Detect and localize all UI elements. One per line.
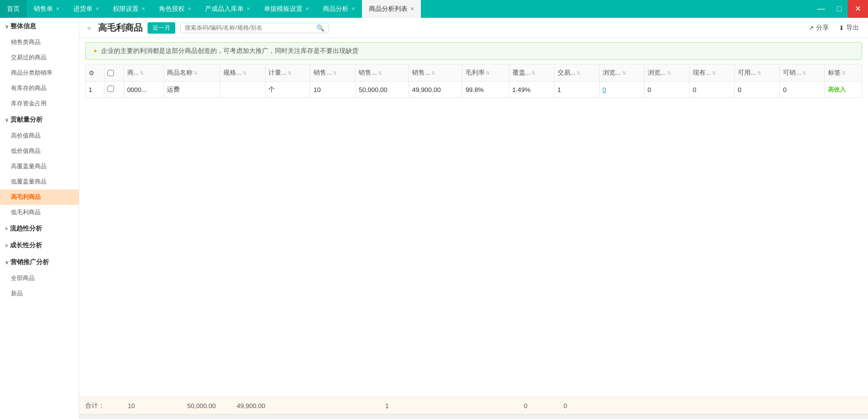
nav-item-权限设置[interactable]: 权限设置× (106, 0, 152, 18)
col-header-tag[interactable]: 标签⇅ (825, 64, 862, 82)
content-header: « 高毛利商品 近一月 🔍 ↗ 分享 ⬇ 导出 (79, 18, 868, 38)
sidebar-item-全部商品[interactable]: 全部商品 (0, 271, 79, 286)
col-header-availableStock[interactable]: 可用...⇅ (735, 64, 780, 82)
time-filter-button[interactable]: 近一月 (148, 22, 175, 34)
col-header-coverage[interactable]: 覆盖...⇅ (509, 64, 554, 82)
sort-icon-currentStock[interactable]: ⇅ (712, 70, 716, 76)
nav-item-角色授权[interactable]: 角色授权× (152, 0, 198, 18)
window-controls: — □ ✕ (811, 0, 868, 18)
col-header-checkbox[interactable] (104, 64, 124, 82)
search-icon[interactable]: 🔍 (316, 24, 324, 32)
nav-close-产成品入库单[interactable]: × (247, 0, 250, 18)
page-title: 高毛利商品 (98, 22, 143, 34)
nav-item-产成品入库单[interactable]: 产成品入库单× (198, 0, 257, 18)
col-label-tag: 标签 (828, 68, 841, 77)
col-header-currentStock[interactable]: 现有...⇅ (689, 64, 734, 82)
nav-item-进货单[interactable]: 进货单× (66, 0, 106, 18)
top-nav: 首页销售单×进货单×权限设置×角色授权×产成品入库单×单据模板设置×商品分析×商… (0, 0, 868, 18)
header-actions: ↗ 分享 ⬇ 导出 (806, 22, 862, 34)
table-footer: 合计： 10 50,000.00 49,900.00 1 0 0 (79, 397, 868, 414)
col-header-saleQty[interactable]: 销售...⇅ (310, 64, 356, 82)
sort-icon-grossRate[interactable]: ⇅ (486, 70, 490, 76)
sort-icon-saleAmount[interactable]: ⇅ (378, 70, 382, 76)
sort-icon-browse2[interactable]: ⇅ (667, 70, 671, 76)
cell-browse1[interactable]: 0 (599, 82, 644, 98)
search-box: 🔍 (180, 23, 329, 33)
sidebar-item-新品[interactable]: 新品 (0, 286, 79, 301)
search-input[interactable] (185, 24, 316, 31)
sort-icon-saleProfit[interactable]: ⇅ (431, 70, 435, 76)
sidebar-item-高毛利商品[interactable]: 高毛利商品 (0, 189, 79, 205)
nav-item-首页[interactable]: 首页 (0, 0, 27, 18)
col-header-saleProfit[interactable]: 销售...⇅ (409, 64, 462, 82)
sidebar-item-低毛利商品[interactable]: 低毛利商品 (0, 205, 79, 220)
nav-item-商品分析列表[interactable]: 商品分析列表× (362, 0, 421, 18)
sidebar-section-贡献量分析[interactable]: ∨贡献量分析 (0, 111, 79, 128)
nav-close-权限设置[interactable]: × (142, 0, 145, 18)
col-header-browse2[interactable]: 浏览...⇅ (644, 64, 689, 82)
section-label-成长性分析: 成长性分析 (10, 241, 42, 250)
select-all-checkbox[interactable] (107, 70, 114, 76)
sort-icon-saleQty[interactable]: ⇅ (333, 70, 337, 76)
sidebar-item-库存资金占用[interactable]: 库存资金占用 (0, 96, 79, 111)
nav-close-销售单[interactable]: × (56, 0, 59, 18)
minimize-button[interactable]: — (811, 0, 831, 18)
sidebar-item-交易过的商品[interactable]: 交易过的商品 (0, 50, 79, 65)
cell-unit: 个 (265, 82, 310, 98)
sort-icon-name[interactable]: ⇅ (194, 70, 198, 76)
nav-close-角色授权[interactable]: × (188, 0, 191, 18)
sidebar-item-低覆盖量商品[interactable]: 低覆盖量商品 (0, 174, 79, 189)
maximize-button[interactable]: □ (831, 0, 848, 18)
sort-icon-coverage[interactable]: ⇅ (531, 70, 535, 76)
export-button[interactable]: ⬇ 导出 (836, 22, 862, 34)
collapse-button[interactable]: « (85, 23, 93, 33)
table-row: 10000...运费个1050,000.0049,900.0099.8%1.49… (86, 82, 862, 98)
col-header-browse1[interactable]: 浏览...⇅ (599, 64, 644, 82)
col-header-grossRate[interactable]: 毛利率⇅ (462, 64, 509, 82)
sort-icon-spec[interactable]: ⇅ (243, 70, 247, 76)
col-header-settings[interactable]: ⚙ (86, 64, 104, 82)
sort-icon-unit[interactable]: ⇅ (288, 70, 292, 76)
cell-saleQty: 10 (310, 82, 356, 98)
sidebar-item-高价值商品[interactable]: 高价值商品 (0, 128, 79, 143)
sort-icon-availableStock[interactable]: ⇅ (757, 70, 761, 76)
sidebar-item-高覆盖量商品[interactable]: 高覆盖量商品 (0, 159, 79, 174)
col-header-saleAmount[interactable]: 销售...⇅ (356, 64, 409, 82)
sort-icon-saleableStock[interactable]: ⇅ (802, 70, 806, 76)
sidebar-item-有库存的商品[interactable]: 有库存的商品 (0, 81, 79, 96)
col-header-saleableStock[interactable]: 可销...⇅ (780, 64, 825, 82)
tip-text: 企业的主要的利润都是这部分商品创造的，可考虑加大推广，同时关注库存是不要出现缺货 (101, 47, 358, 55)
col-header-transaction[interactable]: 交易...⇅ (554, 64, 599, 82)
nav-close-单据模板设置[interactable]: × (306, 0, 309, 18)
sidebar-item-低价值商品[interactable]: 低价值商品 (0, 143, 79, 159)
cell-saleProfit: 49,900.00 (409, 82, 462, 98)
sidebar-section-流趋性分析[interactable]: >流趋性分析 (0, 220, 79, 237)
tip-banner: ✦ 企业的主要的利润都是这部分商品创造的，可考虑加大推广，同时关注库存是不要出现… (85, 42, 862, 60)
sidebar-section-营销推广分析[interactable]: ∨营销推广分析 (0, 254, 79, 271)
col-header-name[interactable]: 商品名称⇅ (163, 64, 220, 82)
nav-item-单据模板设置[interactable]: 单据模板设置× (257, 0, 316, 18)
sort-icon-transaction[interactable]: ⇅ (576, 70, 580, 76)
col-header-spec[interactable]: 规格...⇅ (220, 64, 265, 82)
footer-current-stock: 0 (521, 402, 561, 410)
sidebar-section-成长性分析[interactable]: >成长性分析 (0, 237, 79, 254)
col-label-browse2: 浏览... (648, 68, 666, 77)
nav-item-商品分析[interactable]: 商品分析× (316, 0, 362, 18)
nav-close-商品分析[interactable]: × (352, 0, 355, 18)
sidebar-item-销售类商品[interactable]: 销售类商品 (0, 35, 79, 50)
share-button[interactable]: ↗ 分享 (806, 22, 832, 34)
sidebar-section-整体信息[interactable]: ∨整体信息 (0, 18, 79, 35)
sidebar-item-商品分类助销率[interactable]: 商品分类助销率 (0, 65, 79, 81)
row-checkbox[interactable] (107, 86, 114, 92)
bottom-scrollbar[interactable] (79, 414, 868, 419)
nav-item-销售单[interactable]: 销售单× (27, 0, 66, 18)
nav-close-进货单[interactable]: × (96, 0, 99, 18)
sort-icon-tag[interactable]: ⇅ (842, 70, 846, 76)
close-button[interactable]: ✕ (848, 0, 868, 18)
col-header-unit[interactable]: 计量...⇅ (265, 64, 310, 82)
nav-close-商品分析列表[interactable]: × (410, 0, 414, 18)
cell-checkbox[interactable] (104, 82, 124, 98)
sort-icon-code[interactable]: ⇅ (140, 70, 144, 76)
col-header-code[interactable]: 商...⇅ (124, 64, 163, 82)
sort-icon-browse1[interactable]: ⇅ (622, 70, 626, 76)
